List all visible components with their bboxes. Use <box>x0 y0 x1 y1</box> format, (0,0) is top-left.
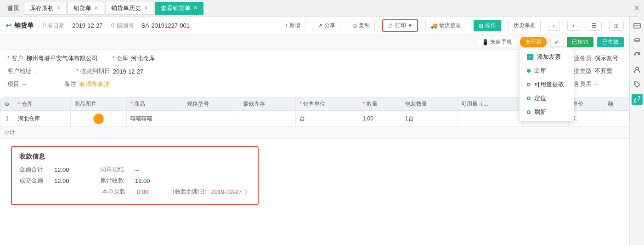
owed-field: 本单欠款 0.00 （收款到期日: 2019-12-27 ） <box>102 188 250 196</box>
tab-sales-history[interactable]: 销货单历史 ✕ <box>105 2 154 15</box>
subtotal-label: 小计 <box>0 127 629 139</box>
main-container: ↩ 销货单 单据日期 2019-12-27 单据编号 SA-20191227-0… <box>0 17 644 245</box>
row-unit: 台 <box>295 111 359 127</box>
tab-view-sales-close[interactable]: ✕ <box>193 5 198 11</box>
customer-value: 柳州粤港平安气体有限公司 <box>26 54 98 63</box>
tab-home[interactable]: 首页 <box>4 4 23 12</box>
copy-button[interactable]: ⧉ 复制 <box>348 20 375 31</box>
effective-button[interactable]: 已生效 <box>597 37 624 47</box>
product-image-icon: 🟠 <box>93 114 104 124</box>
checked-button[interactable]: 已核销 <box>567 37 593 47</box>
print-button[interactable]: 🖨 打印 ▼ <box>382 19 418 32</box>
print-chevron: ▼ <box>408 23 412 28</box>
logistics-icon: 🚚 <box>430 23 437 29</box>
copy-icon: ⧉ <box>353 23 357 29</box>
locate-radio <box>527 97 531 100</box>
ship-radio <box>527 69 531 73</box>
customer-label: 客户 <box>7 54 23 63</box>
sidebar-expand-icon[interactable] <box>632 94 643 105</box>
history-button[interactable]: 历史单据 <box>508 20 541 31</box>
right-sidebar <box>629 17 644 245</box>
actions-label: 操作 <box>485 22 496 29</box>
row-amount <box>604 111 629 127</box>
tab-inventory[interactable]: 库存期初 ✕ <box>24 2 67 15</box>
tab-sales-history-label: 销货单历史 <box>111 4 141 12</box>
share-button[interactable]: ↗ 分享 <box>313 20 340 31</box>
actions-icon: ⊞ <box>479 23 483 29</box>
doc-meta: 单据日期 2019-12-27 单据编号 SA-20191227-001 <box>41 22 190 30</box>
payment-row-3: 本单欠款 0.00 （收款到期日: 2019-12-27 ） <box>19 188 250 196</box>
col-qty: 数量 <box>359 98 401 111</box>
dropdown-locate[interactable]: 定位 <box>520 91 574 105</box>
row-warehouse: 河北仓库 <box>14 111 71 127</box>
doc-type-icon: ↩ <box>6 21 11 30</box>
available-qty-label: 可用量提取 <box>534 80 564 89</box>
dropdown-add-invoice[interactable]: ✓ 添加发票 <box>520 50 574 64</box>
deal-amount-value: 12.00 <box>54 177 82 184</box>
employee-label: 业务员 <box>574 54 592 63</box>
employee-value: 演示账号 <box>594 54 622 63</box>
number-label: 单据编号 <box>110 22 134 30</box>
address-field: 客户地址 -- <box>7 67 62 75</box>
next-button[interactable]: › <box>567 21 579 31</box>
dropdown-ship[interactable]: 出库 <box>520 64 574 78</box>
phone-icon: 📱 <box>482 39 489 46</box>
total-label: 金额合计 <box>19 165 51 174</box>
grid-view-button[interactable]: ⊞ <box>609 21 624 31</box>
gear-icon[interactable]: ⚙ <box>5 101 10 108</box>
dropdown-refresh[interactable]: 刷新 <box>520 105 574 119</box>
svg-point-2 <box>636 67 638 70</box>
employee-field: 业务员 演示账号 <box>574 54 622 63</box>
tab-sales[interactable]: 销货单 ✕ <box>68 2 104 15</box>
add-note-icon: ⊕ <box>79 80 85 88</box>
col-spec: 规格型号 <box>183 98 239 111</box>
sidebar-view-icon[interactable] <box>632 20 643 31</box>
owed-label: 本单欠款 <box>102 188 134 196</box>
doc-header: ↩ 销货单 单据日期 2019-12-27 单据编号 SA-20191227-0… <box>0 17 629 35</box>
list-view-button[interactable]: ☰ <box>587 21 602 31</box>
tab-inventory-label: 库存期初 <box>30 4 54 12</box>
not-open-button[interactable]: 未开票 <box>520 37 547 47</box>
locate-label: 定位 <box>534 94 546 103</box>
add-invoice-label: 添加发票 <box>537 53 561 61</box>
dropdown-available-qty[interactable]: 可用量提取 <box>520 78 574 91</box>
svg-point-3 <box>635 83 636 84</box>
tab-inventory-close[interactable]: ✕ <box>56 5 61 11</box>
effective-label: 已生效 <box>602 38 619 46</box>
sidebar-tag-icon[interactable] <box>632 79 643 90</box>
deal-amount-field: 成交金额 12.00 <box>19 177 82 185</box>
from-phone-button[interactable]: 📱 来自手机 <box>478 37 516 47</box>
add-note-label: 添加备注 <box>86 80 110 88</box>
tab-sales-history-close[interactable]: ✕ <box>144 5 148 11</box>
owed-date: 2019-12-27 <box>211 188 242 195</box>
row-qty: 1.00 <box>359 111 401 127</box>
payment-date-field: 收款到期日 2019-12-27 <box>76 67 143 75</box>
logistics-button[interactable]: 🚚 物流信息 <box>425 20 466 31</box>
col-min-stock: 最低库存 <box>239 98 296 111</box>
sidebar-user-icon[interactable] <box>632 64 643 75</box>
sidebar-rotate-icon[interactable] <box>632 50 643 61</box>
history-label: 历史单据 <box>514 22 536 29</box>
date-value: 2019-12-27 <box>72 22 103 29</box>
checked-label: 已核销 <box>572 38 588 46</box>
tab-sales-label: 销货单 <box>73 4 91 12</box>
tab-sales-close[interactable]: ✕ <box>94 5 98 11</box>
prev-button[interactable]: ‹ <box>548 21 560 31</box>
payment-wrapper: 收款信息 金额合计 12.00 同单现结 -- 成交金额 12.00 <box>0 139 629 212</box>
new-button[interactable]: + 新增 <box>280 20 305 31</box>
window-close[interactable]: ✕ <box>633 3 640 13</box>
add-invoice-checkbox: ✓ <box>527 54 533 60</box>
add-note-button[interactable]: ⊕ 添加备注 <box>79 80 110 88</box>
svg-rect-0 <box>634 23 640 28</box>
share-label: 分享 <box>324 22 335 29</box>
same-order-value: -- <box>135 166 163 173</box>
payment-title: 收款信息 <box>19 153 250 161</box>
tab-view-sales-label: 查看销货单 <box>161 4 191 12</box>
owed-close: ） <box>244 188 250 196</box>
tab-view-sales[interactable]: 查看销货单 ✕ <box>155 2 203 15</box>
actions-button[interactable]: ⊞ 操作 <box>474 20 501 31</box>
sidebar-link-icon[interactable] <box>632 35 643 46</box>
check-icon-btn[interactable]: ✔ <box>550 38 563 47</box>
payment-row-1: 金额合计 12.00 同单现结 -- <box>19 165 250 174</box>
tab-home-label: 首页 <box>7 5 19 11</box>
